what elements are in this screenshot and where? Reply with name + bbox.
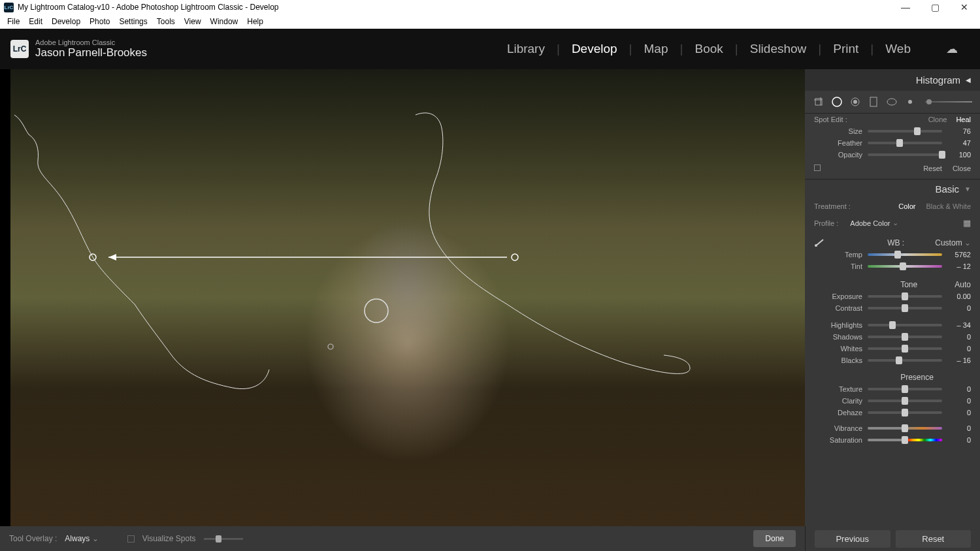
vibrance-slider[interactable]: Vibrance0 — [805, 422, 980, 434]
window-controls: — ▢ ✕ — [901, 2, 976, 12]
wb-eyedropper-icon[interactable] — [814, 238, 826, 247]
brush-size-indicator[interactable] — [925, 101, 972, 102]
auto-tone-button[interactable]: Auto — [955, 280, 971, 289]
spot-brush-cursor[interactable] — [365, 299, 388, 323]
blacks-slider[interactable]: Blacks– 16 — [805, 354, 980, 366]
window-title: My Lightroom Catalog-v10 - Adobe Photosh… — [18, 3, 279, 12]
graduated-filter-tool-icon[interactable] — [868, 96, 879, 108]
menu-window[interactable]: Window — [206, 16, 243, 27]
spot-removal-tool-icon[interactable] — [831, 96, 843, 108]
tone-header: Tone Auto — [805, 272, 980, 291]
feather-slider[interactable]: Feather 47 — [805, 137, 980, 149]
module-web[interactable]: Web — [874, 37, 923, 61]
clarity-slider[interactable]: Clarity0 — [805, 395, 980, 407]
radial-filter-tool-icon[interactable] — [886, 96, 898, 108]
spot-edit-button-row: Reset Close — [805, 161, 980, 179]
treatment-color[interactable]: Color — [898, 202, 915, 210]
right-panel: Histogram◀ Spot Edit : Clone Heal Size 7… — [805, 69, 980, 526]
tool-strip — [805, 91, 980, 114]
module-library[interactable]: Library — [495, 37, 557, 61]
app-icon: LrC — [4, 3, 14, 12]
menu-develop[interactable]: Develop — [47, 16, 85, 27]
spot-edit-mode-row: Spot Edit : Clone Heal — [805, 114, 980, 125]
menu-view[interactable]: View — [180, 16, 206, 27]
treatment-row: Treatment : Color Black & White — [805, 198, 980, 214]
redeye-tool-icon[interactable] — [849, 96, 861, 108]
svg-point-9 — [908, 100, 912, 104]
svg-rect-7 — [870, 97, 877, 106]
module-slideshow[interactable]: Slideshow — [738, 37, 819, 61]
spot-toggle-icon[interactable] — [814, 165, 821, 171]
lightroom-logo-icon: LrC — [10, 40, 29, 58]
menu-file[interactable]: File — [3, 16, 24, 27]
minimize-button[interactable]: — — [901, 2, 910, 12]
done-button[interactable]: Done — [753, 530, 796, 547]
window-titlebar: LrC My Lightroom Catalog-v10 - Adobe Pho… — [0, 0, 980, 14]
highlights-slider[interactable]: Highlights– 34 — [805, 319, 980, 331]
module-book[interactable]: Book — [683, 37, 734, 61]
profile-row[interactable]: Profile : Adobe Color ⌄ ▦ — [805, 214, 980, 234]
wb-header: WB : Custom ⌄ — [805, 234, 980, 249]
menu-tools[interactable]: Tools — [152, 16, 180, 27]
spot-heal-overlay — [10, 69, 805, 526]
wb-preset-dropdown[interactable]: Custom ⌄ — [935, 238, 971, 247]
tool-overlay-dropdown[interactable]: Always ⌄ — [65, 534, 98, 543]
spot-mode-clone[interactable]: Clone — [928, 116, 947, 123]
spot-pin[interactable] — [328, 344, 333, 349]
menu-edit[interactable]: Edit — [24, 16, 47, 27]
basic-panel-header[interactable]: Basic▼ — [805, 179, 980, 198]
presence-header: Presence — [805, 366, 980, 383]
module-develop[interactable]: Develop — [560, 37, 629, 61]
saturation-slider[interactable]: Saturation0 — [805, 434, 980, 446]
visualize-spots-checkbox[interactable] — [127, 535, 135, 543]
svg-point-6 — [853, 100, 857, 104]
crop-tool-icon[interactable] — [813, 96, 825, 108]
visualize-threshold-slider[interactable] — [204, 538, 243, 540]
brand-subtext: Adobe Lightroom Classic — [35, 39, 147, 46]
shadows-slider[interactable]: Shadows0 — [805, 331, 980, 343]
texture-slider[interactable]: Texture0 — [805, 383, 980, 395]
menu-settings[interactable]: Settings — [114, 16, 152, 27]
svg-point-8 — [887, 99, 896, 105]
spot-source-pin[interactable] — [512, 254, 518, 260]
menu-help[interactable]: Help — [242, 16, 268, 27]
spot-mode-heal[interactable]: Heal — [956, 116, 971, 123]
treatment-bw[interactable]: Black & White — [926, 202, 971, 210]
svg-point-4 — [832, 97, 841, 106]
previous-button[interactable]: Previous — [815, 530, 890, 548]
contrast-slider[interactable]: Contrast0 — [805, 302, 980, 314]
image-canvas[interactable] — [10, 69, 805, 526]
tool-overlay-label: Tool Overlay : — [9, 534, 57, 543]
reset-button[interactable]: Reset — [896, 530, 972, 548]
temp-slider[interactable]: Temp 5762 — [805, 249, 980, 260]
close-button[interactable]: ✕ — [960, 2, 968, 12]
adjustment-brush-tool-icon[interactable] — [904, 96, 916, 108]
spot-close-button[interactable]: Close — [953, 165, 971, 172]
exposure-slider[interactable]: Exposure0.00 — [805, 291, 980, 302]
maximize-button[interactable]: ▢ — [931, 2, 939, 12]
left-panel-collapsed[interactable] — [0, 69, 10, 526]
menu-photo[interactable]: Photo — [85, 16, 114, 27]
cloud-sync-icon[interactable]: ☁ — [934, 37, 970, 61]
develop-footer: Previous Reset — [805, 526, 980, 551]
svg-point-11 — [815, 244, 817, 247]
identity-plate: Jason Parnell-Brookes — [35, 46, 147, 59]
whites-slider[interactable]: Whites0 — [805, 343, 980, 354]
dehaze-slider[interactable]: Dehaze0 — [805, 407, 980, 418]
spot-reset-button[interactable]: Reset — [923, 165, 942, 172]
opacity-slider[interactable]: Opacity 100 — [805, 149, 980, 161]
tint-slider[interactable]: Tint – 12 — [805, 260, 980, 272]
svg-marker-0 — [108, 254, 116, 260]
module-picker: LrC Adobe Lightroom Classic Jason Parnel… — [0, 29, 980, 69]
size-slider[interactable]: Size 76 — [805, 125, 980, 137]
module-print[interactable]: Print — [821, 37, 870, 61]
profile-browser-icon[interactable]: ▦ — [963, 218, 971, 228]
module-map[interactable]: Map — [632, 37, 680, 61]
menu-bar: File Edit Develop Photo Settings Tools V… — [0, 14, 980, 29]
toolbar-bottom: Tool Overlay : Always ⌄ Visualize Spots … — [0, 526, 805, 551]
histogram-header[interactable]: Histogram◀ — [805, 69, 980, 91]
visualize-spots-label: Visualize Spots — [142, 534, 196, 543]
